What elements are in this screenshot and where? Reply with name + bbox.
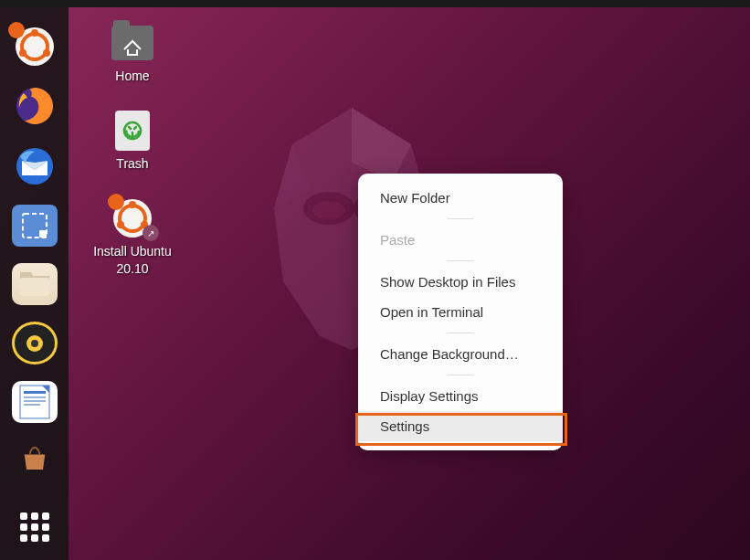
svg-point-11 bbox=[117, 221, 124, 228]
dock-item-firefox[interactable] bbox=[12, 84, 58, 128]
speaker-icon bbox=[23, 332, 47, 355]
software-bag-icon bbox=[14, 445, 56, 472]
svg-point-17 bbox=[43, 49, 50, 57]
svg-point-24 bbox=[31, 340, 38, 347]
svg-point-16 bbox=[19, 49, 26, 57]
dock-item-rhythmbox[interactable] bbox=[12, 322, 58, 365]
firefox-icon bbox=[13, 84, 57, 128]
svg-rect-21 bbox=[39, 230, 47, 238]
desktop-icon-installer[interactable]: ↗ Install Ubuntu 20.10 bbox=[87, 199, 178, 276]
menu-item-display-settings[interactable]: Display Settings bbox=[358, 381, 563, 411]
home-folder-icon bbox=[111, 26, 153, 60]
menu-item-change-background[interactable]: Change Background… bbox=[358, 339, 563, 369]
dock-item-screenshot[interactable] bbox=[12, 205, 58, 247]
svg-point-15 bbox=[31, 29, 38, 37]
dock bbox=[0, 7, 69, 560]
menu-separator bbox=[447, 333, 474, 333]
menu-separator bbox=[447, 375, 474, 375]
screenshot-icon bbox=[19, 210, 50, 241]
dock-item-files[interactable] bbox=[12, 263, 58, 305]
dock-item-libreoffice-writer[interactable] bbox=[12, 381, 58, 423]
menu-item-open-in-terminal[interactable]: Open in Terminal bbox=[358, 297, 563, 327]
menu-separator bbox=[447, 218, 474, 219]
menu-item-settings[interactable]: Settings bbox=[358, 411, 563, 441]
desktop-icon-home[interactable]: Home bbox=[87, 24, 178, 84]
desktop-context-menu: New Folder Paste Show Desktop in Files O… bbox=[358, 174, 563, 450]
svg-rect-29 bbox=[24, 404, 40, 406]
top-bar bbox=[0, 0, 750, 7]
trash-label: Trash bbox=[116, 155, 148, 172]
svg-point-5 bbox=[312, 201, 345, 219]
svg-rect-28 bbox=[24, 400, 46, 402]
svg-rect-26 bbox=[24, 391, 46, 394]
menu-item-paste: Paste bbox=[358, 225, 563, 255]
menu-item-new-folder[interactable]: New Folder bbox=[358, 183, 563, 213]
dock-item-thunderbird[interactable] bbox=[12, 144, 58, 188]
svg-rect-27 bbox=[24, 396, 46, 398]
writer-document-icon bbox=[15, 382, 55, 422]
dock-item-ubuntu-installer[interactable] bbox=[12, 26, 58, 68]
menu-separator bbox=[447, 260, 474, 261]
files-folder-icon bbox=[18, 270, 51, 298]
menu-item-show-desktop-in-files[interactable]: Show Desktop in Files bbox=[358, 267, 563, 297]
shortcut-badge-icon: ↗ bbox=[143, 225, 159, 241]
trash-icon bbox=[115, 111, 150, 151]
dock-item-software-center[interactable] bbox=[12, 438, 58, 480]
installer-label: Install Ubuntu 20.10 bbox=[87, 243, 178, 276]
show-applications-button[interactable] bbox=[20, 512, 49, 542]
svg-point-10 bbox=[129, 201, 136, 208]
desktop-icon-trash[interactable]: Trash bbox=[87, 111, 178, 172]
svg-rect-22 bbox=[20, 278, 49, 296]
thunderbird-icon bbox=[13, 144, 57, 188]
installer-icon: ↗ bbox=[111, 197, 153, 239]
desktop-background[interactable]: Home Trash bbox=[0, 7, 750, 560]
home-label: Home bbox=[115, 68, 149, 84]
